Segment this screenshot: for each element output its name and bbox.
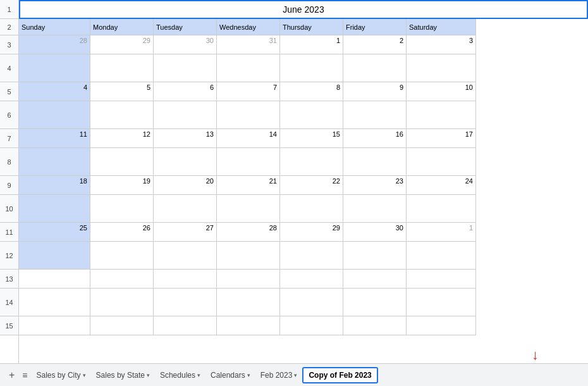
calendar-cell[interactable]: 6: [154, 82, 217, 101]
calendar-cell[interactable]: 2: [343, 35, 407, 54]
calendar-cell[interactable]: 22: [280, 176, 343, 195]
calendar-cell[interactable]: [280, 289, 343, 316]
calendar-cell[interactable]: 10: [407, 82, 476, 101]
calendar-cell[interactable]: 12: [90, 129, 154, 148]
calendar-cell[interactable]: [407, 316, 476, 335]
calendar-cell[interactable]: 9: [343, 82, 407, 101]
calendar-cell[interactable]: [19, 270, 90, 289]
calendar-cell[interactable]: [280, 54, 343, 82]
calendar-cell[interactable]: [154, 148, 217, 176]
calendar-cell[interactable]: [343, 195, 407, 223]
tab-sales-by-city[interactable]: Sales by City▾: [32, 368, 91, 382]
calendar-cell[interactable]: [343, 54, 407, 82]
calendar-cell[interactable]: [217, 316, 280, 335]
calendar-cell[interactable]: [343, 316, 407, 335]
calendar-cell[interactable]: 26: [90, 223, 154, 242]
calendar-cell[interactable]: [217, 148, 280, 176]
calendar-cell[interactable]: 29: [280, 223, 343, 242]
calendar-cell[interactable]: [154, 242, 217, 270]
calendar-cell[interactable]: 16: [343, 129, 407, 148]
calendar-cell[interactable]: [343, 270, 407, 289]
calendar-cell[interactable]: [90, 148, 154, 176]
calendar-cell[interactable]: [19, 101, 90, 129]
calendar-cell[interactable]: [19, 242, 90, 270]
calendar-cell[interactable]: [280, 101, 343, 129]
tab-feb-2023[interactable]: Feb 2023▾: [255, 368, 303, 382]
calendar-cell[interactable]: [154, 270, 217, 289]
calendar-cell[interactable]: 31: [217, 35, 280, 54]
calendar-cell[interactable]: [90, 270, 154, 289]
calendar-cell[interactable]: 11: [19, 129, 90, 148]
calendar-cell[interactable]: [280, 316, 343, 335]
calendar-cell[interactable]: 23: [343, 176, 407, 195]
calendar-cell[interactable]: 21: [217, 176, 280, 195]
calendar-cell[interactable]: [217, 289, 280, 316]
calendar-cell[interactable]: [217, 270, 280, 289]
calendar-cell[interactable]: [217, 54, 280, 82]
calendar-cell[interactable]: 8: [280, 82, 343, 101]
calendar-cell[interactable]: [19, 316, 90, 335]
calendar-cell[interactable]: [154, 54, 217, 82]
calendar-cell[interactable]: [154, 101, 217, 129]
calendar-cell[interactable]: 28: [217, 223, 280, 242]
calendar-cell[interactable]: [90, 289, 154, 316]
calendar-cell[interactable]: [407, 242, 476, 270]
calendar-cell[interactable]: [343, 101, 407, 129]
calendar-cell[interactable]: [154, 289, 217, 316]
calendar-cell[interactable]: 4: [19, 82, 90, 101]
calendar-cell[interactable]: [154, 195, 217, 223]
calendar-cell[interactable]: [343, 148, 407, 176]
calendar-cell[interactable]: 1: [407, 223, 476, 242]
calendar-cell[interactable]: [90, 316, 154, 335]
calendar-cell[interactable]: 29: [90, 35, 154, 54]
calendar-cell[interactable]: [407, 54, 476, 82]
calendar-cell[interactable]: 30: [343, 223, 407, 242]
tab-calendars[interactable]: Calendars▾: [205, 368, 255, 382]
calendar-cell[interactable]: 20: [154, 176, 217, 195]
calendar-cell[interactable]: 30: [154, 35, 217, 54]
calendar-cell[interactable]: [90, 242, 154, 270]
calendar-cell[interactable]: 7: [217, 82, 280, 101]
calendar-cell[interactable]: [407, 270, 476, 289]
calendar-cell[interactable]: 24: [407, 176, 476, 195]
calendar-cell[interactable]: [280, 242, 343, 270]
sheet-menu-button[interactable]: ≡: [18, 368, 31, 383]
calendar-cell[interactable]: 28: [19, 35, 90, 54]
calendar-cell[interactable]: [90, 54, 154, 82]
tab-sales-by-state[interactable]: Sales by State▾: [91, 368, 155, 382]
add-sheet-button[interactable]: +: [5, 367, 18, 383]
calendar-cell[interactable]: 27: [154, 223, 217, 242]
calendar-cell[interactable]: 14: [217, 129, 280, 148]
calendar-cell[interactable]: [19, 289, 90, 316]
calendar-cell[interactable]: 18: [19, 176, 90, 195]
calendar-cell[interactable]: [154, 316, 217, 335]
calendar-cell[interactable]: [90, 195, 154, 223]
calendar-cell[interactable]: [280, 148, 343, 176]
calendar-cell[interactable]: 17: [407, 129, 476, 148]
calendar-cell[interactable]: [407, 289, 476, 316]
calendar-cell[interactable]: [217, 195, 280, 223]
calendar-cell[interactable]: 15: [280, 129, 343, 148]
tab-copy-of-feb-2023[interactable]: Copy of Feb 2023: [302, 367, 377, 383]
calendar-cell[interactable]: 5: [90, 82, 154, 101]
calendar-cell[interactable]: [280, 195, 343, 223]
calendar-cell[interactable]: 19: [90, 176, 154, 195]
calendar-cell[interactable]: [90, 101, 154, 129]
calendar-cell[interactable]: [19, 148, 90, 176]
calendar-cell[interactable]: 25: [19, 223, 90, 242]
calendar-cell[interactable]: 13: [154, 129, 217, 148]
calendar-cell[interactable]: [343, 242, 407, 270]
tab-label: Calendars: [211, 371, 245, 380]
calendar-cell[interactable]: [407, 195, 476, 223]
calendar-cell[interactable]: [343, 289, 407, 316]
calendar-cell[interactable]: [19, 54, 90, 82]
calendar-cell[interactable]: [280, 270, 343, 289]
calendar-cell[interactable]: [407, 148, 476, 176]
calendar-cell[interactable]: 3: [407, 35, 476, 54]
calendar-cell[interactable]: [19, 195, 90, 223]
tab-schedules[interactable]: Schedules▾: [155, 368, 205, 382]
calendar-cell[interactable]: [407, 101, 476, 129]
calendar-cell[interactable]: [217, 242, 280, 270]
calendar-cell[interactable]: 1: [280, 35, 343, 54]
calendar-cell[interactable]: [217, 101, 280, 129]
